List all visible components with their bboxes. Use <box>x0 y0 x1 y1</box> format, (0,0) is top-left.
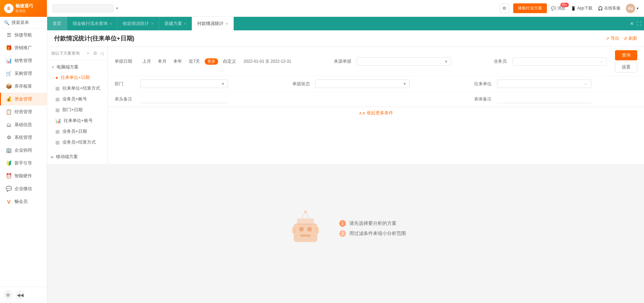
header-settings-btn[interactable]: ⚙ <box>500 4 509 13</box>
tab-close-all-icon[interactable]: ✕ <box>630 21 634 26</box>
date-opt-this-year[interactable]: 本年 <box>171 58 184 65</box>
tab-receipt-close[interactable]: × <box>151 22 153 26</box>
header-search-input[interactable] <box>53 4 113 12</box>
sidebar-item-inventory[interactable]: 📦 库存核算 <box>0 80 47 93</box>
tab-expand-icon[interactable]: ⛶ <box>637 21 641 26</box>
settings-footer-icon[interactable]: ⚙ <box>3 290 13 300</box>
sidebar-item-label: 企业微信 <box>14 186 32 192</box>
dept-select[interactable]: ▾ <box>140 80 228 88</box>
sidebar-item-label: 畅会员 <box>14 199 28 205</box>
sidebar-item-operations[interactable]: 📋 经营管理 <box>0 105 47 118</box>
date-opt-this-month[interactable]: 本月 <box>156 58 169 65</box>
scheme-add-icon[interactable]: ＋ <box>86 50 90 56</box>
sidebar-item-quicknav[interactable]: ☰ 快捷导航 <box>0 29 47 41</box>
salesman-select[interactable]: ··· <box>513 57 607 66</box>
message-btn[interactable]: 💬 消息 99+ <box>551 5 565 11</box>
member-icon: V <box>6 199 12 205</box>
app-download-btn[interactable]: 📱 App下载 <box>571 5 592 11</box>
svg-rect-6 <box>316 227 319 234</box>
sidebar-item-finance[interactable]: 💰 资金管理 <box>0 93 47 105</box>
sidebar-item-system[interactable]: ⚙ 系统管理 <box>0 131 47 144</box>
scheme-mobile-group-header[interactable]: ▶ 移动端方案 <box>47 152 108 162</box>
empty-tip-1: 1 请先选择要分析的方案 <box>339 220 406 227</box>
chevron-right-icon: ▶ <box>51 155 54 159</box>
sidebar-item-member[interactable]: V 畅会员 <box>0 195 47 208</box>
tip-num-2: 2 <box>339 230 346 237</box>
tip-num-1: 1 <box>339 220 346 227</box>
scheme-desktop-group-header[interactable]: ▼ 电脑端方案 <box>47 62 108 72</box>
source-select[interactable]: ▾ <box>357 57 451 66</box>
scheme-item-counterpart-account[interactable]: 📊 往来单位+账号 <box>47 115 108 126</box>
tab-payment-close[interactable]: × <box>226 22 228 26</box>
collapse-up-icon: ∧∧ <box>359 111 365 116</box>
user-avatar-area[interactable]: Rit ▾ <box>626 4 639 13</box>
sidebar-item-base[interactable]: 🗂 基础信息 <box>0 118 47 131</box>
scheme-item-label: 业务员+结算方式 <box>62 139 96 145</box>
refresh-btn[interactable]: ↺ 刷新 <box>623 35 637 41</box>
scheme-item-dept-date[interactable]: ▦ 部门+日期 <box>47 104 108 115</box>
sidebar-item-corp[interactable]: 🏢 企业协同 <box>0 144 47 157</box>
tab-bank-close[interactable]: × <box>110 22 112 26</box>
sidebar-item-hardware[interactable]: ⏰ 智能硬件 <box>0 170 47 182</box>
counterpart-select[interactable]: ··· <box>497 80 591 88</box>
scheme-item-label: 往来单位+账号 <box>64 118 93 124</box>
tab-new-close[interactable]: × <box>184 22 186 26</box>
empty-tip-2: 2 用过滤条件来缩小分析范围 <box>339 230 406 237</box>
sidebar-item-sales[interactable]: 📊 销售管理 <box>0 54 47 67</box>
collapse-filter-btn[interactable]: ∧∧ 收起更多条件 <box>108 107 644 119</box>
sidebar-search-item[interactable]: 🔍 搜索菜单 <box>0 17 47 29</box>
sidebar-item-label: 资金管理 <box>14 96 32 102</box>
scheme-grid-icon: ▦ <box>55 107 60 113</box>
svg-point-3 <box>307 227 312 232</box>
page-actions: ↗ 导出 ↺ 刷新 <box>606 35 637 41</box>
search-icon: 🔍 <box>4 20 9 25</box>
date-opt-custom[interactable]: 自定义 <box>221 58 238 65</box>
settings-button[interactable]: 设置 <box>615 62 637 72</box>
sidebar-item-purchase[interactable]: 🛒 采购管理 <box>0 67 47 80</box>
sidebar-item-label: 快捷导航 <box>14 32 32 38</box>
scheme-item-counterpart-settle[interactable]: ▦ 往来单位+结算方式 <box>47 83 108 94</box>
search-dropdown-icon[interactable]: ▾ <box>116 6 118 11</box>
sidebar-item-label: 采购管理 <box>14 70 32 77</box>
date-opt-7days[interactable]: 近7天 <box>187 58 202 65</box>
doc-status-select[interactable]: ▾ <box>315 80 410 88</box>
scheme-item-salesman-settle[interactable]: ▦ 业务员+结算方式 <box>47 137 108 148</box>
export-btn[interactable]: ↗ 导出 <box>606 35 619 41</box>
tab-bar: 首页 现金银行流水查询 × 收款情况统计 × 新建方案 × 付款情况统计 × ✕… <box>47 17 644 30</box>
tab-bank[interactable]: 现金银行流水查询 × <box>67 17 117 30</box>
filter-row-3: 表头备注 表体备注 <box>108 92 644 107</box>
date-options: 上月 本月 本年 近7天 更多 自定义 <box>140 58 238 65</box>
tab-bar-actions: ✕ ⛶ <box>627 17 644 30</box>
sidebar-item-label: 智能硬件 <box>14 173 32 179</box>
sidebar-item-marketing[interactable]: 🎁 营销推广 <box>0 41 47 54</box>
scheme-collapse-icon[interactable]: ◁ <box>100 51 104 56</box>
sidebar-item-label: 企业协同 <box>14 147 32 153</box>
date-opt-last-month[interactable]: 上月 <box>140 58 153 65</box>
sidebar-item-guide[interactable]: 🔰 新手引导 <box>0 157 47 170</box>
query-button[interactable]: 查询 <box>615 50 637 60</box>
collapse-sidebar-icon[interactable]: ◀◀ <box>16 290 25 300</box>
trial-button[interactable]: 体验行业方案 <box>513 3 547 13</box>
scheme-item-salesman-date[interactable]: ▦ 业务员+日期 <box>47 126 108 137</box>
scheme-item-label: 业务员+日期 <box>62 128 87 134</box>
filter-panel: 单据日期 上月 本月 本年 近7天 更多 自定义 2022-01-01 至 20… <box>108 47 644 163</box>
main-content-area: 1 请先选择要分析的方案 2 用过滤条件来缩小分析范围 <box>47 164 644 293</box>
scheme-item-salesman-account[interactable]: ▦ 业务员+账号 <box>47 94 108 104</box>
svg-rect-0 <box>294 223 317 242</box>
sidebar-item-label: 系统管理 <box>14 134 32 141</box>
tab-payment[interactable]: 付款情况统计 × <box>192 17 233 30</box>
tab-receipt-label: 收款情况统计 <box>123 21 149 27</box>
header-note-input[interactable] <box>140 95 228 103</box>
service-btn[interactable]: 🎧 在线客服 <box>598 5 620 11</box>
sidebar-item-wechat[interactable]: 💬 企业微信 <box>0 182 47 195</box>
scheme-item-counterpart-date[interactable]: ● 往来单位+日期 <box>47 72 108 83</box>
scheme-settings-icon[interactable]: ⚙ <box>93 51 97 56</box>
tab-receipt[interactable]: 收款情况统计 × <box>117 17 159 30</box>
tab-new[interactable]: 新建方案 × <box>159 17 192 30</box>
scheme-grid-icon: ▦ <box>55 96 60 102</box>
tab-home[interactable]: 首页 <box>47 17 67 30</box>
body-note-input[interactable] <box>497 95 591 103</box>
date-opt-more[interactable]: 更多 <box>205 58 218 65</box>
scheme-grid-icon: ▦ <box>55 129 60 134</box>
svg-point-9 <box>304 210 307 213</box>
